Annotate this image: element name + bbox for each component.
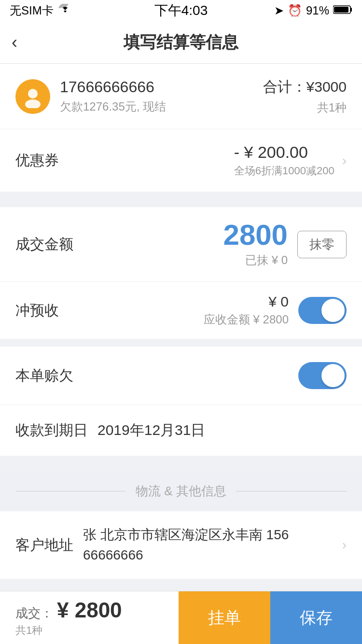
back-button[interactable]: ‹ xyxy=(12,32,17,53)
section-separator xyxy=(0,199,362,207)
debt-row: 本单赊欠 xyxy=(0,347,362,405)
coupon-right: - ¥ 200.00 全场6折满1000减200 › xyxy=(234,143,347,178)
coupon-info: - ¥ 200.00 全场6折满1000减200 xyxy=(234,143,334,178)
bottom-count: 共1种 xyxy=(15,623,163,638)
battery-level: 91% xyxy=(306,4,329,17)
content: 17666666666 欠款1276.35元, 现结 合计：¥3000 共1种 … xyxy=(0,64,362,644)
coupon-label: 优惠券 xyxy=(15,151,59,170)
total-count: 共1种 xyxy=(263,100,347,115)
divider-line-right xyxy=(236,491,347,491)
page-title: 填写结算等信息 xyxy=(124,31,238,54)
sim-status: 无SIM卡 xyxy=(10,3,54,18)
due-date-row: 收款到期日 2019年12月31日 xyxy=(0,405,362,456)
debt-label: 本单赊欠 xyxy=(15,366,73,386)
due-date-label: 收款到期日 xyxy=(15,420,88,440)
svg-point-4 xyxy=(25,99,41,108)
bottom-summary: 成交： ¥ 2800 共1种 xyxy=(0,598,179,638)
hang-button[interactable]: 挂单 xyxy=(179,591,270,644)
amount-label: 成交金额 xyxy=(15,235,73,254)
precollect-receivable: 应收金额 ¥ 2800 xyxy=(204,312,289,327)
user-phone: 17666666666 xyxy=(60,78,166,96)
avatar xyxy=(15,79,50,114)
debt-toggle[interactable] xyxy=(298,362,347,389)
user-info-text: 17666666666 欠款1276.35元, 现结 xyxy=(60,78,166,114)
nav-bar: ‹ 填写结算等信息 xyxy=(0,21,362,64)
chevron-right-icon: › xyxy=(342,153,347,168)
bottom-deal-label: 成交： xyxy=(15,605,53,622)
user-left: 17666666666 欠款1276.35元, 现结 xyxy=(15,78,166,114)
round-button[interactable]: 抹零 xyxy=(297,231,347,258)
precollect-toggle[interactable] xyxy=(298,297,347,324)
coupon-discount: - ¥ 200.00 xyxy=(234,143,334,162)
section-separator-3 xyxy=(0,463,362,471)
amount-row: 成交金额 2800 已抹 ¥ 0 抹零 xyxy=(0,207,362,281)
wifi-icon xyxy=(57,4,73,17)
svg-rect-1 xyxy=(350,8,352,12)
precollect-row: 冲预收 ¥ 0 应收金额 ¥ 2800 xyxy=(0,281,362,339)
debt-toggle-knob xyxy=(321,364,345,387)
user-info-row: 17666666666 欠款1276.35元, 现结 合计：¥3000 共1种 xyxy=(0,64,362,129)
battery-icon xyxy=(333,4,352,17)
user-info-card: 17666666666 欠款1276.35元, 现结 合计：¥3000 共1种 … xyxy=(0,64,362,192)
total-amount: 合计：¥3000 xyxy=(263,77,347,97)
amount-section: 成交金额 2800 已抹 ¥ 0 抹零 冲预收 ¥ 0 应收金额 ¥ 2800 xyxy=(0,207,362,339)
precollect-amount: ¥ 0 xyxy=(204,294,289,310)
location-icon: ➤ xyxy=(274,4,284,17)
due-date-value: 2019年12月31日 xyxy=(97,420,205,440)
toggle-knob xyxy=(321,299,345,322)
amount-right: 2800 已抹 ¥ 0 抹零 xyxy=(223,221,347,268)
amount-erased: 已抹 ¥ 0 xyxy=(223,252,288,268)
status-right: ➤ ⏰ 91% xyxy=(274,4,352,17)
status-left: 无SIM卡 xyxy=(10,3,73,18)
precollect-amount-block: ¥ 0 应收金额 ¥ 2800 xyxy=(204,294,289,327)
section-separator-2 xyxy=(0,339,362,347)
coupon-desc: 全场6折满1000减200 xyxy=(234,164,334,178)
debt-section: 本单赊欠 收款到期日 2019年12月31日 xyxy=(0,347,362,456)
user-right: 合计：¥3000 共1种 xyxy=(263,77,347,115)
address-value: 张 北京市市辖区海淀区永丰南 156 66666666 xyxy=(83,525,342,565)
amount-value[interactable]: 2800 xyxy=(223,221,288,250)
divider-line-left xyxy=(15,491,126,491)
status-time: 下午4:03 xyxy=(154,1,208,20)
save-button[interactable]: 保存 xyxy=(270,591,362,644)
logistics-label: 物流 & 其他信息 xyxy=(126,483,236,500)
user-debt: 欠款1276.35元, 现结 xyxy=(60,99,166,114)
precollect-label: 冲预收 xyxy=(15,301,59,321)
logistics-divider: 物流 & 其他信息 xyxy=(0,471,362,511)
status-bar: 无SIM卡 下午4:03 ➤ ⏰ 91% xyxy=(0,0,362,21)
svg-point-3 xyxy=(28,89,38,98)
address-row[interactable]: 客户地址 张 北京市市辖区海淀区永丰南 156 66666666 › xyxy=(0,511,362,579)
bottom-bar: 成交： ¥ 2800 共1种 挂单 保存 xyxy=(0,591,362,644)
bottom-amount: ¥ 2800 xyxy=(57,598,122,622)
amount-block: 2800 已抹 ¥ 0 xyxy=(223,221,288,268)
precollect-right: ¥ 0 应收金额 ¥ 2800 xyxy=(204,294,347,327)
address-label: 客户地址 xyxy=(15,535,73,555)
alarm-icon: ⏰ xyxy=(288,4,302,17)
svg-rect-2 xyxy=(334,7,348,13)
coupon-row[interactable]: 优惠券 - ¥ 200.00 全场6折满1000减200 › xyxy=(0,129,362,192)
address-chevron-icon: › xyxy=(342,537,347,553)
